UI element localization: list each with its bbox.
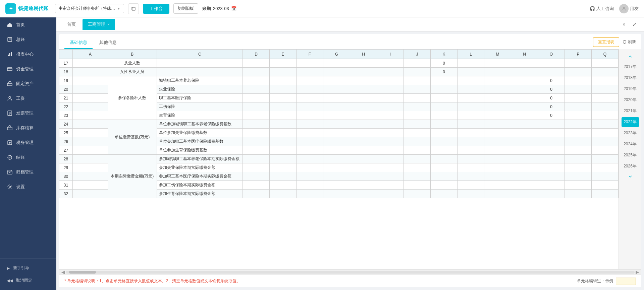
cell-17-m[interactable] <box>484 59 511 68</box>
cell-17-b[interactable]: 从业人数 <box>108 59 157 68</box>
cell-19-a[interactable] <box>73 76 108 85</box>
cell-18-d[interactable] <box>243 68 270 76</box>
close-window-button[interactable]: × <box>620 20 628 28</box>
cell-18-c[interactable] <box>157 68 243 76</box>
sub-tab-other-info[interactable]: 其他信息 <box>94 37 122 49</box>
sidebar-item-unpin[interactable]: ◀◀ 取消固定 <box>0 274 56 287</box>
cell-18-e[interactable] <box>270 68 297 76</box>
refresh-button[interactable]: 刷新 <box>623 39 636 45</box>
year-item-2021[interactable]: 2021年 <box>622 106 639 116</box>
h-scroll-bar[interactable]: ◀ ▶ <box>59 269 641 275</box>
cell-20-c[interactable]: 失业保险 <box>157 85 243 94</box>
workbench-button[interactable]: 工作台 <box>143 4 169 14</box>
user-info[interactable]: 用友 <box>619 4 639 13</box>
h-scroll-thumb[interactable] <box>69 271 96 274</box>
reset-report-button[interactable]: 重置报表 <box>593 37 619 47</box>
tab-active-business[interactable]: 工商管理 × <box>83 19 115 30</box>
year-item-2022[interactable]: 2022年 <box>622 117 639 127</box>
row-num: 20 <box>59 85 73 94</box>
cell-17-q[interactable] <box>592 59 619 68</box>
sidebar-item-fund[interactable]: 资金管理 <box>0 62 56 76</box>
sidebar-item-payroll[interactable]: 工资 <box>0 91 56 106</box>
cell-17-a[interactable] <box>73 59 108 68</box>
cell-19-c[interactable]: 城镇职工基本养老保险 <box>157 76 243 85</box>
cell-22-c[interactable]: 工伤保险 <box>157 102 243 111</box>
cell-23-a[interactable] <box>73 111 108 120</box>
sidebar-item-assets[interactable]: 固定资产 <box>0 76 56 91</box>
sidebar-item-ledger[interactable]: 总账 <box>0 32 56 47</box>
cell-18-m[interactable] <box>484 68 511 76</box>
cell-18-q[interactable] <box>592 68 619 76</box>
cell-17-i[interactable] <box>377 59 404 68</box>
cell-18-b[interactable]: 女性从业人员 <box>108 68 157 76</box>
cell-17-n[interactable] <box>511 59 538 68</box>
cell-18-a[interactable] <box>73 68 108 76</box>
year-item-2019[interactable]: 2019年 <box>622 84 639 94</box>
copy-button[interactable] <box>128 3 139 14</box>
cell-17-l[interactable] <box>458 59 484 68</box>
cell-19-b[interactable]: 参保各险种人数 <box>108 76 157 120</box>
cell-17-o[interactable] <box>538 59 565 68</box>
spreadsheet-inner[interactable]: A B C D E F G H I J <box>59 49 619 269</box>
sidebar-item-home[interactable]: 首页 <box>0 17 56 32</box>
cell-17-e[interactable] <box>270 59 297 68</box>
cell-b[interactable]: 单位缴费基数(万元) <box>108 120 157 155</box>
h-scroll-right-button[interactable]: ▶ <box>635 270 640 275</box>
cell-21-a[interactable] <box>73 94 108 102</box>
h-scroll-track[interactable] <box>66 271 635 274</box>
cell-18-o[interactable] <box>538 68 565 76</box>
sidebar-item-guide[interactable]: ▶ 新手引导 <box>0 262 56 274</box>
cell-17-f[interactable] <box>297 59 323 68</box>
expand-window-button[interactable]: ⤢ <box>631 20 639 28</box>
sidebar-item-settings[interactable]: 设置 <box>0 179 56 194</box>
cell-17-p[interactable] <box>565 59 592 68</box>
consultant-label: 人工咨询 <box>596 6 614 12</box>
cell-18-i[interactable] <box>377 68 404 76</box>
sidebar-item-closing[interactable]: 结账 <box>0 150 56 165</box>
tab-close-button[interactable]: × <box>107 22 110 27</box>
year-item-2023[interactable]: 2023年 <box>622 128 639 138</box>
cell-18-k[interactable]: 0 <box>431 68 458 76</box>
cell-17-g[interactable] <box>323 59 350 68</box>
cell-18-j[interactable] <box>404 68 431 76</box>
cell-23-c[interactable]: 生育保险 <box>157 111 243 120</box>
cell-17-c[interactable] <box>157 59 243 68</box>
sidebar-item-archive[interactable]: 归档管理 <box>0 165 56 179</box>
cell-17-j[interactable] <box>404 59 431 68</box>
cell-18-n[interactable] <box>511 68 538 76</box>
sidebar-label-settings: 设置 <box>16 184 25 190</box>
cell-22-a[interactable] <box>73 102 108 111</box>
sidebar-item-invoice[interactable]: 发票管理 <box>0 106 56 121</box>
cell-18-g[interactable] <box>323 68 350 76</box>
sub-tab-basic-info[interactable]: 基础信息 <box>64 37 93 49</box>
year-item-2017[interactable]: 2017年 <box>622 62 639 72</box>
cell-17-d[interactable] <box>243 59 270 68</box>
tab-home[interactable]: 首页 <box>62 19 81 30</box>
cell-21-c[interactable]: 职工基本医疗保险 <box>157 94 243 102</box>
h-scroll-left-button[interactable]: ◀ <box>60 270 66 275</box>
year-item-2026[interactable]: 2026年 <box>622 161 639 171</box>
row-num: 23 <box>59 111 73 120</box>
company-selector[interactable]: 中审众环会计师事务所（特殊普通合伙... ▼ <box>55 4 124 13</box>
sidebar-item-tax[interactable]: 税务管理 <box>0 135 56 150</box>
year-scroll-down-button[interactable] <box>624 172 636 181</box>
cell-18-f[interactable] <box>297 68 323 76</box>
consultant-button[interactable]: 🎧 人工咨询 <box>590 6 614 12</box>
cell-17-h[interactable] <box>350 59 377 68</box>
year-scroll-up-button[interactable] <box>624 52 636 61</box>
switch-version-button[interactable]: 切到旧版 <box>173 3 198 14</box>
year-item-2020[interactable]: 2020年 <box>622 95 639 105</box>
sidebar-item-reports[interactable]: 报表中心 <box>0 47 56 62</box>
cell-18-l[interactable] <box>458 68 484 76</box>
cell-20-a[interactable] <box>73 85 108 94</box>
invoice-icon <box>7 110 13 116</box>
cell-17-k[interactable]: 0 <box>431 59 458 68</box>
year-item-2025[interactable]: 2025年 <box>622 150 639 160</box>
year-item-2018[interactable]: 2018年 <box>622 73 639 83</box>
cell-18-p[interactable] <box>565 68 592 76</box>
calendar-icon[interactable]: 📅 <box>231 6 236 11</box>
year-item-2024[interactable]: 2024年 <box>622 139 639 149</box>
cell-18-h[interactable] <box>350 68 377 76</box>
cell-b[interactable]: 本期实际缴费金额(万元) <box>108 155 157 198</box>
sidebar-item-inventory[interactable]: 库存核算 <box>0 121 56 135</box>
